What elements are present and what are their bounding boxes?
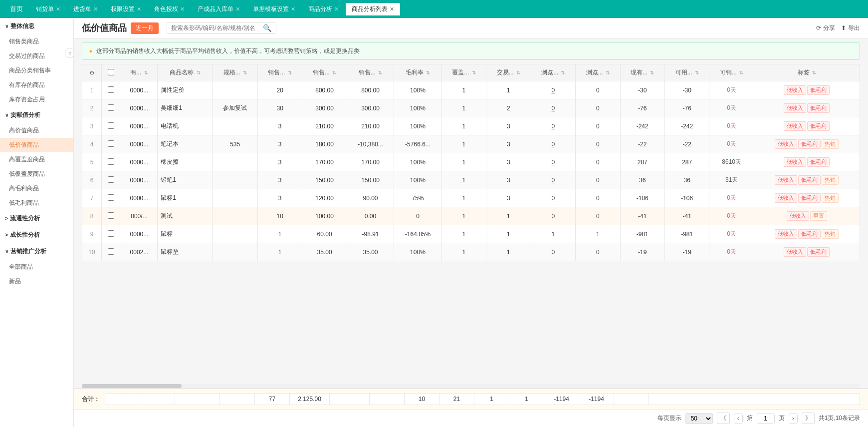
sidebar-item-new-products[interactable]: 新品 xyxy=(0,274,73,289)
view1-link[interactable]: 0 xyxy=(551,177,555,184)
cell-checkbox[interactable] xyxy=(102,117,121,135)
th-settings[interactable]: ⚙ xyxy=(82,64,102,81)
cell-checkbox[interactable] xyxy=(102,81,121,99)
row-checkbox[interactable] xyxy=(108,104,114,111)
th-spec[interactable]: 规格... ⇅ xyxy=(213,64,257,81)
page-number-input[interactable] xyxy=(757,414,775,424)
cell-checkbox[interactable] xyxy=(102,225,121,243)
select-all-checkbox[interactable] xyxy=(108,69,114,75)
row-checkbox[interactable] xyxy=(108,212,114,219)
nav-close-icon[interactable]: ✕ xyxy=(390,6,394,12)
cell-view1[interactable]: 0 xyxy=(531,153,575,171)
view1-link[interactable]: 1 xyxy=(551,231,555,238)
th-checkbox[interactable] xyxy=(102,64,121,81)
view1-link[interactable]: 0 xyxy=(551,159,555,166)
nav-template-settings[interactable]: 单据模板设置✕ xyxy=(247,3,301,15)
th-view1[interactable]: 浏览... ⇅ xyxy=(531,64,575,81)
nav-product-analysis[interactable]: 商品分析✕ xyxy=(302,3,345,15)
sidebar-item-high-value[interactable]: 高价值商品 xyxy=(0,123,73,138)
sidebar-item-low-margin[interactable]: 低毛利商品 xyxy=(0,196,73,210)
cell-view1[interactable]: 1 xyxy=(531,225,575,243)
row-checkbox[interactable] xyxy=(108,158,114,165)
view1-link[interactable]: 0 xyxy=(551,123,555,130)
sidebar-item-low-value[interactable]: 低价值商品 xyxy=(0,138,73,152)
nav-home[interactable]: 首页 xyxy=(4,2,29,15)
sidebar-item-high-margin[interactable]: 高毛利商品 xyxy=(0,181,73,196)
th-name[interactable]: 商品名称 ⇅ xyxy=(158,64,213,81)
cell-checkbox[interactable] xyxy=(102,189,121,207)
sidebar-section-growth[interactable]: > 成长性分析 xyxy=(0,227,73,243)
cell-view1[interactable]: 0 xyxy=(531,117,575,135)
view1-link[interactable]: 0 xyxy=(551,249,555,256)
row-checkbox[interactable] xyxy=(108,248,114,255)
nav-purchase-order[interactable]: 进货单✕ xyxy=(67,3,104,15)
search-icon[interactable]: 🔍 xyxy=(263,24,271,32)
filter-recent-month-button[interactable]: 近一月 xyxy=(131,22,159,34)
nav-role-auth[interactable]: 角色授权✕ xyxy=(148,3,191,15)
sidebar-item-category-sales-rate[interactable]: 商品分类销售率 xyxy=(0,63,73,78)
th-available[interactable]: 可用... ⇅ xyxy=(664,64,709,81)
th-current[interactable]: 现有... ⇅ xyxy=(620,64,664,81)
nav-permissions[interactable]: 权限设置✕ xyxy=(105,3,147,15)
table-container[interactable]: ⚙ 商... ⇅ 商品名称 ⇅ 规格... ⇅ 销售... ⇅ 销售... ⇅ … xyxy=(82,64,860,384)
sidebar-section-marketing[interactable]: ∨ 营销推广分析 xyxy=(0,243,73,260)
share-button[interactable]: ⟳ 分享 xyxy=(816,24,835,32)
first-page-button[interactable]: 《 xyxy=(717,413,730,424)
nav-product-inbound[interactable]: 产成品入库单✕ xyxy=(192,3,246,15)
sidebar-item-stocked-products[interactable]: 有库存的商品 xyxy=(0,78,73,92)
page-size-select[interactable]: 50 100 xyxy=(685,413,713,424)
th-saleable[interactable]: 可销... ⇅ xyxy=(709,64,754,81)
nav-sales-order[interactable]: 销货单✕ xyxy=(30,3,66,15)
row-checkbox[interactable] xyxy=(108,122,114,129)
nav-close-icon[interactable]: ✕ xyxy=(93,6,98,12)
sidebar-collapse-button[interactable]: « xyxy=(65,48,74,58)
table-horizontal-scrollbar[interactable] xyxy=(82,384,860,388)
th-margin[interactable]: 毛利率 ⇅ xyxy=(394,64,441,81)
nav-close-icon[interactable]: ✕ xyxy=(137,6,141,12)
view1-link[interactable]: 0 xyxy=(551,213,555,220)
next-page-button[interactable]: › xyxy=(789,414,798,424)
cell-checkbox[interactable] xyxy=(102,243,121,261)
sidebar-item-all-products[interactable]: 全部商品 xyxy=(0,260,73,274)
th-sale-qty[interactable]: 销售... ⇅ xyxy=(257,64,302,81)
th-sale-price[interactable]: 销售... ⇅ xyxy=(302,64,347,81)
nav-close-icon[interactable]: ✕ xyxy=(334,6,339,12)
cell-view1[interactable]: 0 xyxy=(531,171,575,189)
nav-close-icon[interactable]: ✕ xyxy=(180,6,185,12)
row-checkbox[interactable] xyxy=(108,140,114,147)
export-button[interactable]: ⬆ 导出 xyxy=(841,24,860,32)
sidebar-item-traded-products[interactable]: 交易过的商品 xyxy=(0,49,73,63)
scroll-thumb[interactable] xyxy=(82,384,182,388)
view1-link[interactable]: 0 xyxy=(551,195,555,202)
prev-page-button[interactable]: ‹ xyxy=(734,414,743,424)
sidebar-section-contribution[interactable]: ∨ 贡献值分析 xyxy=(0,107,73,123)
th-view2[interactable]: 浏览... ⇅ xyxy=(576,64,620,81)
sidebar-item-low-coverage[interactable]: 低覆盖度商品 xyxy=(0,167,73,181)
nav-close-icon[interactable]: ✕ xyxy=(56,6,60,12)
nav-close-icon[interactable]: ✕ xyxy=(235,6,240,12)
search-input[interactable] xyxy=(171,24,261,31)
sidebar-item-sales-products[interactable]: 销售类商品 xyxy=(0,34,73,49)
cell-view1[interactable]: 0 xyxy=(531,189,575,207)
row-checkbox[interactable] xyxy=(108,176,114,183)
cell-view1[interactable]: 0 xyxy=(531,81,575,99)
row-checkbox[interactable] xyxy=(108,194,114,201)
cell-view1[interactable]: 0 xyxy=(531,243,575,261)
th-tags[interactable]: 标签 ⇅ xyxy=(754,64,860,81)
cell-view1[interactable]: 0 xyxy=(531,135,575,153)
row-checkbox[interactable] xyxy=(108,86,114,93)
cell-checkbox[interactable] xyxy=(102,99,121,117)
nav-product-analysis-list[interactable]: 商品分析列表✕ xyxy=(346,3,400,15)
cell-view1[interactable]: 0 xyxy=(531,207,575,225)
sidebar-item-high-coverage[interactable]: 高覆盖度商品 xyxy=(0,152,73,167)
th-code[interactable]: 商... ⇅ xyxy=(121,64,158,81)
cell-checkbox[interactable] xyxy=(102,153,121,171)
cell-checkbox[interactable] xyxy=(102,207,121,225)
th-trade[interactable]: 交易... ⇅ xyxy=(486,64,531,81)
cell-view1[interactable]: 0 xyxy=(531,99,575,117)
th-sale-amount[interactable]: 销售... ⇅ xyxy=(347,64,394,81)
view1-link[interactable]: 0 xyxy=(551,87,555,94)
cell-checkbox[interactable] xyxy=(102,135,121,153)
nav-close-icon[interactable]: ✕ xyxy=(291,6,295,12)
sidebar-section-overall[interactable]: ∨ 整体信息 xyxy=(0,18,73,34)
